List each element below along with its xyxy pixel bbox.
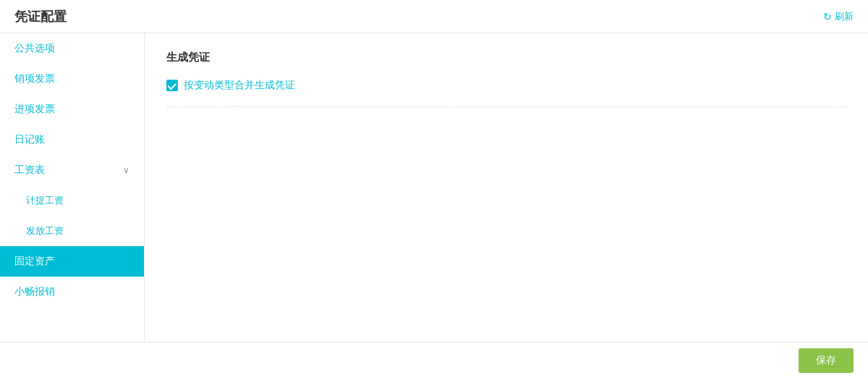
sidebar-label: 销项发票 xyxy=(14,72,55,85)
sidebar-label: 工资表 xyxy=(14,164,45,177)
checkbox-label[interactable]: 按变动类型合并生成凭证 xyxy=(184,79,295,92)
sidebar-item-pay-salary[interactable]: 发放工资 xyxy=(0,216,144,246)
divider xyxy=(166,106,846,107)
section-title: 生成凭证 xyxy=(166,51,846,64)
sidebar-label: 进项发票 xyxy=(14,103,55,116)
sidebar-item-purchase-invoice[interactable]: 进项发票 xyxy=(0,94,144,125)
sidebar-label: 发放工资 xyxy=(26,224,64,238)
checkbox-row: 按变动类型合并生成凭证 xyxy=(166,79,846,92)
chevron-down-icon: ∨ xyxy=(123,165,129,175)
sidebar-label: 计提工资 xyxy=(26,194,64,207)
sidebar-item-sales-invoice[interactable]: 销项发票 xyxy=(0,64,144,94)
footer: 保存 xyxy=(0,342,868,378)
sidebar-label: 日记账 xyxy=(14,133,45,146)
page-title: 凭证配置 xyxy=(14,8,67,25)
sidebar-label: 固定资产 xyxy=(14,255,55,268)
sidebar-item-journal[interactable]: 日记账 xyxy=(0,125,144,155)
refresh-icon: ↻ xyxy=(823,11,832,22)
header: 凭证配置 ↻ 刷新 xyxy=(0,0,868,33)
body: 公共选项销项发票进项发票日记账工资表∨计提工资发放工资固定资产小畅报销 生成凭证… xyxy=(0,33,868,342)
refresh-button[interactable]: ↻ 刷新 xyxy=(823,10,854,23)
sidebar: 公共选项销项发票进项发票日记账工资表∨计提工资发放工资固定资产小畅报销 xyxy=(0,33,145,342)
merge-checkbox[interactable] xyxy=(166,80,178,91)
sidebar-item-fixed-assets[interactable]: 固定资产 xyxy=(0,246,144,277)
save-button[interactable]: 保存 xyxy=(799,348,854,373)
sidebar-label: 公共选项 xyxy=(14,42,55,55)
refresh-label: 刷新 xyxy=(835,10,854,23)
sidebar-label: 小畅报销 xyxy=(14,285,55,298)
sidebar-item-accrual-salary[interactable]: 计提工资 xyxy=(0,185,144,216)
sidebar-item-expense-claim[interactable]: 小畅报销 xyxy=(0,277,144,307)
main-content: 生成凭证 按变动类型合并生成凭证 xyxy=(145,33,868,342)
sidebar-item-payroll-table[interactable]: 工资表∨ xyxy=(0,155,144,185)
sidebar-item-public-options[interactable]: 公共选项 xyxy=(0,33,144,64)
